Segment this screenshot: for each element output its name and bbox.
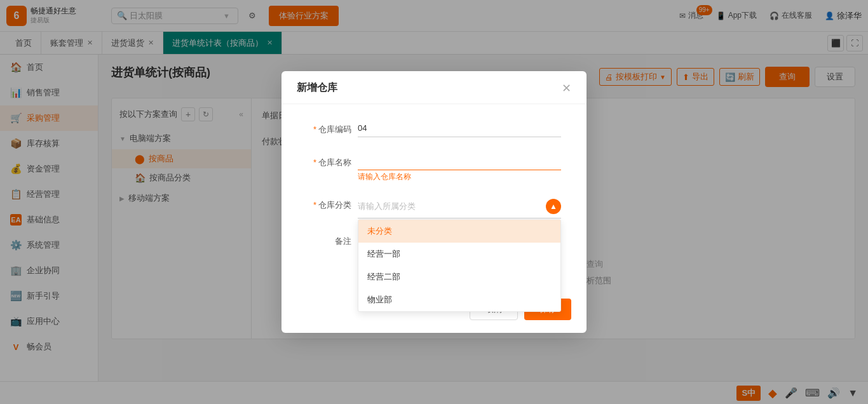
warehouse-code-row: 仓库编码 [307,119,561,140]
modal-body: 仓库编码 仓库名称 请输入仓库名称 仓库分类 请输入所属分类 ▲ [281,104,587,292]
warehouse-name-label: 仓库名称 [307,152,358,173]
category-option-property[interactable]: 物业部 [358,288,560,311]
dropdown-arrow-icon: ▲ [546,199,561,214]
warehouse-category-label: 仓库分类 [307,195,358,215]
warehouse-code-label: 仓库编码 [307,119,358,140]
warehouse-category-wrap: 请输入所属分类 ▲ 未分类 经营一部 经营二部 物业部 [358,195,561,219]
warehouse-name-input[interactable] [358,152,561,170]
category-dropdown-list: 未分类 经营一部 经营二部 物业部 [358,219,561,312]
category-option-ops2[interactable]: 经营二部 [358,266,560,288]
modal-close-button[interactable]: ✕ [562,83,571,94]
category-dropdown-toggle[interactable]: 请输入所属分类 ▲ [358,195,561,219]
category-placeholder: 请输入所属分类 [358,201,416,212]
remark-label: 备注 [307,231,358,252]
modal-overlay: 新增仓库 ✕ 仓库编码 仓库名称 请输入仓库名称 仓库分类 [0,0,868,404]
category-option-ops1[interactable]: 经营一部 [358,243,560,266]
warehouse-name-row: 仓库名称 请输入仓库名称 [307,152,561,182]
warehouse-name-wrap: 请输入仓库名称 [358,152,561,182]
warehouse-code-input[interactable] [358,119,561,137]
modal-header: 新增仓库 ✕ [281,71,587,104]
modal-title: 新增仓库 [297,81,337,95]
warehouse-modal: 新增仓库 ✕ 仓库编码 仓库名称 请输入仓库名称 仓库分类 [281,71,587,333]
category-option-unclassified[interactable]: 未分类 [358,220,560,243]
warehouse-name-error: 请输入仓库名称 [358,172,561,182]
warehouse-category-row: 仓库分类 请输入所属分类 ▲ 未分类 经营一部 经营二部 物业部 [307,195,561,219]
